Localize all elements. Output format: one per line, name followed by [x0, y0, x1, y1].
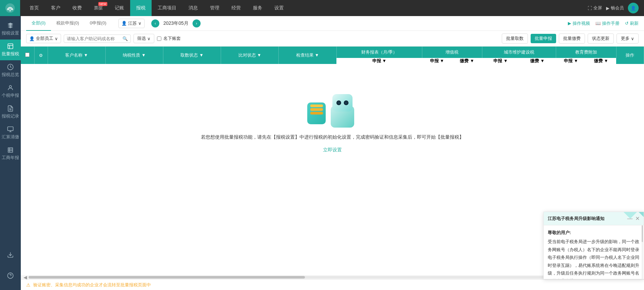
sidebar-item-download[interactable]: [0, 244, 21, 265]
new-badge: NEW: [98, 2, 107, 6]
search-icon[interactable]: 🔍: [122, 36, 128, 41]
nav-settings[interactable]: 设置: [268, 0, 290, 16]
filter-icon-2[interactable]: ▼: [142, 53, 146, 58]
nav-message[interactable]: 消息: [182, 0, 204, 16]
month-prev-btn[interactable]: ‹: [151, 19, 159, 27]
filter-icon-3[interactable]: ▼: [199, 53, 204, 58]
hscroll-thumb[interactable]: [29, 276, 305, 279]
user-avatar[interactable]: 👤: [628, 3, 639, 13]
page-top-right-actions: ▶ 操作视频 📖 操作手册 ↺ 刷新: [568, 20, 639, 26]
th-customer-name: 客户名称 ▼: [48, 47, 105, 64]
main-layout: 报税设置 批量报税 报税总览 个税申报 报税记录 汇算清缴 工商年报: [0, 16, 644, 290]
sidebar-item-help[interactable]: [0, 265, 21, 286]
th-vat-declare: 申报 ▼: [422, 58, 452, 64]
refresh-action[interactable]: ↺ 刷新: [625, 20, 639, 26]
svg-rect-5: [8, 127, 13, 131]
filter-right-actions: 批量取数 批量申报 批量缴费 状态更新 更多 ∨: [502, 33, 639, 44]
top-right-actions: ⛶ 全屏 ▶ 畅会员 👤: [588, 3, 644, 13]
member-btn[interactable]: ▶ 畅会员: [606, 5, 624, 11]
sidebar-item-tax-record[interactable]: 报税记录: [0, 102, 21, 123]
setup-link[interactable]: 立即设置: [323, 147, 342, 153]
nav-business[interactable]: 工商项目: [152, 0, 182, 16]
th-fetch-status: 取数状态 ▼: [163, 47, 221, 64]
settings-icon[interactable]: ⚙: [39, 53, 43, 58]
batch-declare-btn[interactable]: 批量申报: [531, 34, 556, 43]
current-month: 2023年05月: [163, 20, 189, 26]
batch-pay-btn[interactable]: 批量缴费: [559, 33, 585, 44]
sidebar-item-settlement[interactable]: 汇算清缴: [0, 123, 21, 143]
month-next-btn[interactable]: ›: [193, 19, 201, 27]
status-update-btn[interactable]: 状态更新: [588, 33, 614, 44]
notif-scrollbar: [642, 225, 643, 279]
checkbox-label[interactable]: 名下账套: [157, 35, 181, 42]
empty-main-text: 若您想使用批量报税功能，请先在【报税设置】中进行报税的初始化设置，完成密码验证和…: [201, 134, 464, 140]
tab-nav-bar: 全部(0) 税款申报(0) 0申报(0) 👤 江苏 ∨ ‹ 2023年05: [21, 16, 644, 31]
more-btn[interactable]: 更多 ∨: [616, 33, 639, 44]
notif-scrollbar-thumb[interactable]: [642, 225, 643, 242]
nav-home[interactable]: 首页: [23, 0, 45, 16]
nav-customer[interactable]: 客户: [45, 0, 66, 16]
notification-panel: 江苏电子税务局升级影响通知 — ✕ 尊敬的用户: 受当前电子税务局进一步升级的影…: [543, 212, 644, 279]
month-nav: ‹ 2023年05月 ›: [151, 19, 201, 27]
bottom-bar: ⚠ 验证账密、采集信息均成功的企业才会流转至批量报税页面中: [21, 279, 644, 290]
tab-all[interactable]: 全部(0): [26, 16, 51, 31]
accounts-checkbox[interactable]: [157, 37, 161, 41]
notification-text: 受当前电子税务局进一步升级的影响，同一个政务网账号（办税人）名下的企业不能再同时…: [548, 238, 640, 279]
th-edu-pay: 缴费 ▼: [586, 58, 616, 64]
th-vat-pay: 缴费 ▼: [452, 58, 482, 64]
th-checkbox: [21, 47, 34, 64]
fullscreen-btn[interactable]: ⛶ 全屏: [588, 5, 602, 11]
data-table: ⚙ 客户名称 ▼ 纳税性质 ▼ 取数状态 ▼ 比对状态 ▼: [21, 47, 644, 64]
nav-tax[interactable]: 报税: [130, 0, 152, 16]
tab-tax-declare[interactable]: 税款申报(0): [51, 16, 85, 31]
th-edu-tax: 教育费附加: [556, 47, 616, 58]
batch-fetch-btn[interactable]: 批量取数: [502, 33, 528, 44]
search-input-wrap: 🔍: [64, 34, 131, 43]
logo[interactable]: [0, 0, 20, 16]
notification-greeting: 尊敬的用户:: [548, 229, 640, 236]
sidebar-item-personal-tax[interactable]: 个税申报: [0, 81, 21, 102]
nav-manage[interactable]: 管理: [204, 0, 225, 16]
nav-fee[interactable]: 收费: [66, 0, 88, 16]
filter-icon-5[interactable]: ▼: [315, 53, 319, 58]
svg-point-1: [9, 10, 11, 11]
th-financial-report: 财务报表（月/季）: [336, 47, 422, 58]
empty-state: 若您想使用批量报税功能，请先在【报税设置】中进行报税的初始化设置，完成密码验证和…: [21, 64, 644, 166]
sidebar-item-overview[interactable]: 报税总览: [0, 60, 21, 81]
robot-illustration: [307, 84, 358, 128]
employee-filter[interactable]: 👤 全部员工 ∨: [26, 34, 61, 43]
tab-zero-declare[interactable]: 0申报(0): [85, 16, 112, 31]
video-action[interactable]: ▶ 操作视频: [568, 20, 590, 26]
select-all-checkbox[interactable]: [25, 53, 30, 57]
manual-action[interactable]: 📖 操作手册: [595, 20, 620, 26]
sidebar-item-batch-tax[interactable]: 批量报税: [0, 40, 21, 60]
search-input[interactable]: [67, 36, 121, 41]
content-area: 全部(0) 税款申报(0) 0申报(0) 👤 江苏 ∨ ‹ 2023年05: [21, 16, 644, 290]
sidebar-item-annual-report[interactable]: 工商年报: [0, 143, 21, 164]
svg-point-4: [9, 85, 12, 88]
filter-bar: 👤 全部员工 ∨ 🔍 筛选 ∨ 名下账套 批量取数: [21, 31, 644, 47]
notification-header: 江苏电子税务局升级影响通知 — ✕: [544, 212, 644, 225]
sidebar-bottom: [0, 244, 21, 290]
sidebar-item-tax-settings[interactable]: 报税设置: [0, 19, 21, 40]
th-city-tax: 城市维护建设税: [482, 47, 556, 58]
screen-btn[interactable]: 筛选 ∨: [133, 34, 154, 43]
province-selector[interactable]: 👤 江苏 ∨: [118, 19, 145, 28]
filter-icon-4[interactable]: ▼: [257, 53, 261, 58]
nav-accounting[interactable]: 记账: [109, 0, 130, 16]
th-vat: 增值税: [422, 47, 482, 58]
sidebar: 报税设置 批量报税 报税总览 个税申报 报税记录 汇算清缴 工商年报: [0, 16, 21, 290]
notification-title: 江苏电子税务局升级影响通知: [548, 216, 604, 222]
th-city-pay: 缴费 ▼: [519, 58, 556, 64]
nav-ticket[interactable]: 票据 NEW: [88, 0, 109, 16]
filter-icon[interactable]: ▼: [84, 53, 88, 58]
svg-rect-2: [8, 44, 13, 49]
top-nav: 首页 客户 收费 票据 NEW 记账 报税 工商项目 消息 管理 经营 服务 设…: [0, 0, 644, 16]
nav-operation[interactable]: 经营: [225, 0, 247, 16]
nav-service[interactable]: 服务: [247, 0, 268, 16]
th-tax-nature: 纳税性质 ▼: [105, 47, 163, 64]
th-edu-declare: 申报 ▼: [556, 58, 586, 64]
th-city-declare: 申报 ▼: [482, 58, 519, 64]
th-financial-declare: 申报 ▼: [336, 58, 422, 64]
page-header: 全部(0) 税款申报(0) 0申报(0) 👤 江苏 ∨ ‹ 2023年05: [21, 16, 644, 47]
